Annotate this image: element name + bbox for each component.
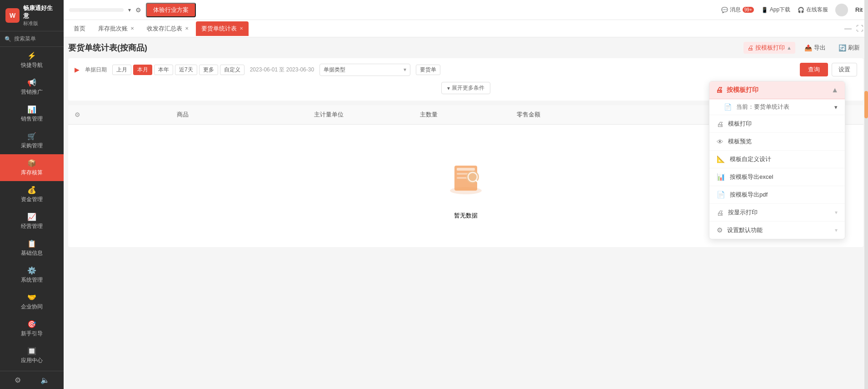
dropdown-template-pdf[interactable]: 📄 按模板导出pdf	[709, 186, 845, 204]
sidebar-item-label: 采购管理	[21, 142, 43, 150]
sidebar-search[interactable]: 🔍 搜索菜单	[0, 31, 64, 47]
current-arrow-icon: ▾	[834, 104, 838, 111]
tab-order-stats-label: 要货单统计表	[201, 25, 237, 33]
user-avatar[interactable]	[835, 4, 848, 16]
filter-collapse-icon[interactable]: ▶	[75, 66, 80, 73]
sales-icon: 📊	[27, 105, 36, 114]
date-btn-last-month[interactable]: 上月	[112, 65, 131, 75]
print-dropdown-icon: 🖨	[716, 86, 723, 94]
tab-home[interactable]: 首页	[68, 21, 91, 36]
date-btn-this-year[interactable]: 本年	[154, 65, 173, 75]
sidebar-item-finance[interactable]: 💰 资金管理	[0, 181, 64, 208]
th-product: 商品	[86, 109, 279, 121]
sidebar-item-label: 应用中心	[21, 357, 43, 364]
newbie-icon: 🎯	[27, 320, 36, 328]
goods-tag[interactable]: 要货单	[416, 65, 440, 75]
date-btn-more[interactable]: 更多	[199, 65, 218, 75]
sidebar-item-cooperation[interactable]: 🤝 企业协同	[0, 288, 64, 315]
phone-icon: 📱	[761, 7, 768, 13]
sidebar-item-marketing[interactable]: 📢 营销推广	[0, 74, 64, 101]
app-center-icon: 🔲	[27, 347, 36, 355]
template-excel-icon: 📊	[717, 173, 725, 181]
column-settings-icon[interactable]: ⚙	[75, 111, 80, 118]
message-icon: 💬	[721, 7, 728, 13]
sidebar-item-label: 系统管理	[21, 276, 43, 284]
tab-order-stats[interactable]: 要货单统计表 ✕	[196, 21, 249, 36]
template-preview-icon: 👁	[717, 138, 723, 146]
topbar-gear-icon[interactable]: ⚙	[135, 6, 141, 14]
search-label: 搜索菜单	[14, 35, 36, 43]
dropdown-template-preview[interactable]: 👁 模板预览	[709, 133, 845, 151]
maximize-icon[interactable]: ⛶	[856, 25, 863, 33]
sidebar-item-newbie[interactable]: 🎯 新手引导	[0, 315, 64, 342]
sidebar-item-label: 基础信息	[21, 249, 43, 257]
experience-btn[interactable]: 体验行业方案	[146, 3, 196, 17]
volume-icon[interactable]: 🔈	[40, 376, 50, 384]
sidebar-item-operations[interactable]: 📈 经营管理	[0, 208, 64, 235]
empty-illustration	[443, 152, 489, 206]
page-content: 要货单统计表(按商品) 🖨 按模板打印 ▲ 📤 导出 🔄 刷新	[64, 37, 868, 389]
tab-collection-summary[interactable]: 收发存汇总表 ✕	[141, 21, 194, 36]
dropdown-current-item[interactable]: 📄 当前：要货单统计表 ▾	[709, 99, 845, 115]
app-download-btn[interactable]: 📱 App下载	[761, 6, 790, 14]
settings-btn[interactable]: 设置	[832, 63, 857, 76]
messages-btn[interactable]: 💬 消息 99+	[721, 6, 754, 14]
operations-icon: 📈	[27, 212, 36, 221]
tab-close-inventory-batch[interactable]: ✕	[130, 26, 134, 31]
tab-inventory-batch[interactable]: 库存批次账 ✕	[93, 21, 140, 36]
th-amount: 零售金额	[479, 109, 579, 121]
expand-label: 展开更多条件	[452, 84, 484, 92]
tab-close-collection-summary[interactable]: ✕	[185, 26, 189, 31]
sidebar-item-sys-mgmt[interactable]: ⚙️ 系统管理	[0, 262, 64, 288]
sidebar-item-label: 经营管理	[21, 222, 43, 230]
page-header: 要货单统计表(按商品) 🖨 按模板打印 ▲ 📤 导出 🔄 刷新	[68, 42, 863, 54]
search-icon: 🔍	[5, 36, 11, 42]
settings-icon[interactable]: ⚙	[15, 376, 21, 384]
th-unit: 主计量单位	[279, 109, 379, 121]
topbar: ▾ ⚙ 体验行业方案 💬 消息 99+ 📱 App下载 🎧 在线客服 Rit	[64, 0, 868, 20]
sidebar-item-purchase[interactable]: 🛒 采购管理	[0, 127, 64, 154]
inventory-icon: 📦	[27, 159, 36, 167]
right-scrollbar[interactable]	[864, 37, 868, 389]
app-logo: W 畅康通好生意 标准版	[0, 0, 64, 31]
purchase-icon: 🛒	[27, 132, 36, 141]
sidebar-item-label: 营销推广	[21, 88, 43, 96]
dropdown-display-print[interactable]: 🖨 按显示打印 ▾	[709, 204, 845, 222]
dropdown-template-print[interactable]: 🖨 模板打印	[709, 115, 845, 133]
sidebar-item-sales[interactable]: 📊 销售管理	[0, 101, 64, 127]
print-template-btn[interactable]: 🖨 按模板打印 ▲	[743, 42, 795, 54]
print-template-label: 按模板打印	[755, 44, 785, 52]
query-btn[interactable]: 查询	[800, 63, 828, 76]
dropdown-default-func[interactable]: ⚙ 设置默认功能 ▾	[709, 222, 845, 239]
filter-row-1: ▶ 单据日期 上月 本月 本年 近7天 更多 自定义 2023-06-01 至 …	[75, 63, 857, 76]
date-range-display: 2023-06-01 至 2023-06-30	[250, 66, 314, 74]
sys-mgmt-icon: ⚙️	[27, 266, 36, 275]
sidebar-item-app-center[interactable]: 🔲 应用中心	[0, 342, 64, 369]
refresh-btn[interactable]: 🔄 刷新	[835, 42, 863, 54]
sidebar-item-inventory[interactable]: 📦 库存核算	[0, 154, 64, 181]
filter-expand-btn[interactable]: ▾ 展开更多条件	[441, 82, 490, 94]
date-btn-this-month[interactable]: 本月	[133, 65, 152, 75]
topbar-search-box	[69, 8, 124, 12]
topbar-dropdown-arrow[interactable]: ▾	[128, 7, 131, 13]
minimize-icon[interactable]: —	[844, 25, 852, 33]
export-btn[interactable]: 📤 导出	[801, 42, 829, 54]
date-btn-custom[interactable]: 自定义	[220, 65, 244, 75]
page-title: 要货单统计表(按商品)	[68, 42, 147, 53]
sidebar-nav: ⚡ 快捷导航 📢 营销推广 📊 销售管理 🛒 采购管理 📦 库存核算 💰 资金管…	[0, 47, 64, 371]
type-filter-select[interactable]: 单据类型 ▾	[319, 64, 410, 76]
scrollbar-thumb[interactable]	[864, 91, 868, 118]
tab-home-label: 首页	[74, 25, 85, 33]
sidebar-item-quick-nav[interactable]: ⚡ 快捷导航	[0, 47, 64, 74]
sidebar-item-base-info[interactable]: 📋 基础信息	[0, 235, 64, 262]
dropdown-template-excel[interactable]: 📊 按模板导出excel	[709, 168, 845, 186]
dropdown-header: 🖨 按模板打印 ▲	[709, 81, 845, 99]
online-service-btn[interactable]: 🎧 在线客服	[798, 6, 828, 14]
dropdown-header-label: 按模板打印	[727, 86, 758, 94]
display-print-arrow: ▾	[835, 209, 838, 216]
dropdown-close-btn[interactable]: ▲	[831, 86, 838, 94]
date-btn-7days[interactable]: 近7天	[175, 65, 197, 75]
base-info-icon: 📋	[27, 239, 36, 248]
dropdown-template-custom[interactable]: 📐 模板自定义设计	[709, 151, 845, 168]
tab-close-order-stats[interactable]: ✕	[239, 26, 243, 31]
